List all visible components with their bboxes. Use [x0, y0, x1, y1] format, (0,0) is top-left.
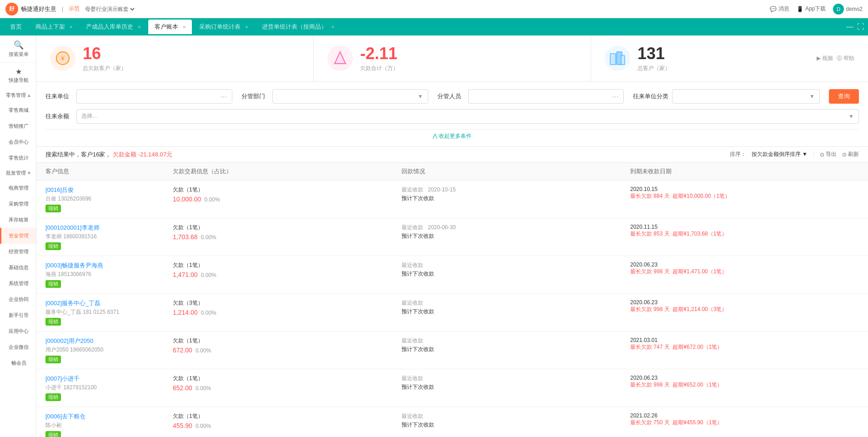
- stat-label-total: 总客户（家）: [637, 65, 670, 72]
- customer-name-2[interactable]: [0003]畅捷服务尹海燕: [45, 262, 103, 269]
- tab-customer-ledger[interactable]: 客户账本 ×: [148, 20, 192, 34]
- customer-name-4[interactable]: [000002]用户2050: [45, 337, 94, 344]
- debt-amount-1[interactable]: 1,703.68: [173, 233, 198, 241]
- customer-sub-2: 海燕 18513066976: [45, 271, 173, 278]
- overdue-link-3[interactable]: 超期¥1,214.00（3笔）: [672, 306, 727, 312]
- sidebar-item-retail-mall[interactable]: 零售商城: [0, 102, 36, 118]
- sidebar-item-member-pro[interactable]: 畅会员: [0, 355, 36, 371]
- message-button[interactable]: 💬 消息: [770, 5, 789, 13]
- stat-info-total: 131 总客户（家）: [637, 45, 670, 72]
- customer-name-6[interactable]: [0006]去下粮仓: [45, 413, 85, 420]
- col-debt-info: 欠款交易信息（占比）: [173, 167, 401, 176]
- help-button[interactable]: ⓪ 帮助: [837, 55, 854, 62]
- sidebar-item-inventory[interactable]: 库存核算: [0, 212, 36, 228]
- tab-home-label: 首页: [10, 23, 22, 31]
- tab-customer-ledger-label: 客户账本: [155, 23, 178, 31]
- overdue-days-6: 最长欠款 750 天 超期¥455.90（1笔）: [630, 419, 859, 427]
- video-icon: ▶: [817, 55, 821, 61]
- customer-name-3[interactable]: [0002]服务中心_丁磊: [45, 300, 100, 306]
- close-icon[interactable]: ×: [138, 24, 140, 30]
- table-header: 客户信息 欠款交易信息（占比） 回款情况 到期未收款日期: [36, 163, 868, 181]
- overdue-link-6[interactable]: 超期¥455.90（1笔）: [672, 419, 722, 426]
- customer-name-0[interactable]: [0016]吕俊: [45, 186, 74, 193]
- sidebar-item-marketing[interactable]: 营销推广: [0, 118, 36, 134]
- tab-production-history[interactable]: 产成品入库单历史 ×: [80, 20, 147, 34]
- customer-name-1[interactable]: [0001020001]李老师: [45, 224, 100, 231]
- due-date-1: 2020.11.15: [630, 224, 859, 230]
- sidebar-item-wechat[interactable]: 企业微信: [0, 339, 36, 355]
- overdue-days-5: 最长欠款 998 天 超期¥652.00（1笔）: [630, 381, 859, 389]
- sidebar-item-quick-nav[interactable]: ★ 快捷导航: [0, 63, 36, 88]
- close-icon[interactable]: ×: [183, 24, 186, 30]
- filter-party-input[interactable]: ···: [76, 89, 232, 104]
- sidebar-item-finance[interactable]: 资金管理: [0, 228, 36, 244]
- overdue-link-0[interactable]: 超期¥10,000.00（1笔）: [672, 193, 730, 199]
- sidebar-item-guide[interactable]: 新手引导: [0, 307, 36, 323]
- sidebar-item-app-center[interactable]: 应用中心: [0, 323, 36, 339]
- sidebar-item-ecommerce[interactable]: 电商管理: [0, 180, 36, 196]
- customer-cell-0: [0016]吕俊 吕俊 13026203696 现销: [45, 186, 173, 212]
- maximize-icon[interactable]: ⛶: [857, 23, 864, 31]
- debt-cell-1: 欠款（1笔） 1,703.68 0.00%: [173, 224, 401, 241]
- debt-count-4: 欠款（1笔）: [173, 337, 401, 345]
- sidebar-item-search[interactable]: 🔍 搜索菜单: [0, 35, 36, 63]
- sidebar-item-wholesale-mgmt[interactable]: 批发管理 ▼: [0, 166, 36, 180]
- sidebar-item-business[interactable]: 经营管理: [0, 244, 36, 260]
- filter-dept-label: 分管部门: [241, 92, 269, 100]
- debt-amount-0[interactable]: 10,000.00: [173, 196, 201, 203]
- overdue-link-2[interactable]: 超期¥1,471.00（1笔）: [672, 268, 727, 275]
- stat-label-debtors: 总欠款客户（家）: [83, 65, 126, 72]
- tab-purchase-order[interactable]: 采购订单统计表 ×: [193, 20, 254, 34]
- sidebar-item-retail-stats[interactable]: 零售统计: [0, 150, 36, 166]
- payback-cell-1: 最近收款 2020-06-30 预计下次收款: [401, 224, 630, 240]
- close-icon[interactable]: ×: [331, 24, 334, 30]
- tab-product-listing[interactable]: 商品上下架 ×: [29, 20, 79, 34]
- refresh-button[interactable]: ⊙ 刷新: [842, 151, 859, 158]
- sidebar-item-collab[interactable]: 企业协同: [0, 291, 36, 307]
- customer-tag-6: 现销: [45, 431, 61, 437]
- filter-balance-select[interactable]: 选择... ▼: [76, 109, 859, 124]
- filter-dept-select[interactable]: ▼: [272, 89, 428, 104]
- tab-home[interactable]: 首页: [4, 20, 28, 34]
- filter-collapse-button[interactable]: ⋀ 收起更多条件: [45, 129, 859, 143]
- user-button[interactable]: D demo2: [833, 4, 863, 15]
- due-date-4: 2021.03.01: [630, 337, 859, 343]
- export-button[interactable]: ⊙ 导出: [820, 151, 837, 158]
- close-icon[interactable]: ×: [245, 24, 248, 30]
- customer-tag-5: 现销: [45, 393, 61, 401]
- debt-amount-5[interactable]: 652.00: [173, 384, 192, 392]
- customer-name-5[interactable]: [0007]小进千: [45, 375, 80, 382]
- debt-amount-2[interactable]: 1,471.00: [173, 271, 198, 278]
- tab-purchase-stats-label: 进货单统计表（按商品）: [262, 23, 327, 31]
- overdue-days-0: 最长欠款 884 天 超期¥10,000.00（1笔）: [630, 192, 859, 200]
- app-download-button[interactable]: 📱 App下载: [797, 5, 826, 13]
- sidebar-item-purchase[interactable]: 采购管理: [0, 196, 36, 212]
- refresh-label: 刷新: [848, 151, 859, 158]
- sidebar-item-system[interactable]: 系统管理: [0, 276, 36, 291]
- close-icon[interactable]: ×: [70, 24, 72, 30]
- filter-category-select[interactable]: ▼: [672, 89, 820, 104]
- debt-count-5: 欠款（1笔）: [173, 375, 401, 382]
- tab-purchase-stats[interactable]: 进货单统计表（按商品） ×: [256, 20, 341, 34]
- overdue-link-5[interactable]: 超期¥652.00（1笔）: [672, 382, 722, 388]
- debt-amount-3[interactable]: 1,214.00: [173, 309, 198, 316]
- sidebar-item-retail-mgmt[interactable]: 零售管理 ▲: [0, 88, 36, 102]
- stat-icon-total: [605, 45, 630, 71]
- sort-select[interactable]: 按欠款金额倒序排序 ▼: [752, 151, 808, 158]
- debt-amount-4[interactable]: 672.00: [173, 347, 192, 354]
- overdue-link-1[interactable]: 超期¥1,703.68（1笔）: [672, 231, 727, 237]
- minimize-icon[interactable]: —: [846, 23, 853, 31]
- view-video-button[interactable]: ▶ 视频: [817, 55, 833, 62]
- sidebar-item-basic-info[interactable]: 基础信息: [0, 260, 36, 276]
- query-button[interactable]: 查询: [829, 89, 859, 104]
- company-select[interactable]: 母婴行业演示账套: [83, 5, 136, 13]
- subtitle-label[interactable]: 示范: [69, 5, 80, 13]
- debt-percent-3: 0.00%: [201, 310, 216, 316]
- filter-person-input[interactable]: ···: [468, 89, 624, 104]
- debt-percent-2: 0.00%: [201, 272, 216, 278]
- sidebar-item-member[interactable]: 会员中心: [0, 134, 36, 150]
- overdue-link-4[interactable]: 超期¥672.00（1笔）: [672, 344, 722, 350]
- filter-person: 分管人员 ···: [437, 89, 624, 104]
- debt-amount-6[interactable]: 455.90: [173, 422, 192, 429]
- debt-count-6: 欠款（1笔）: [173, 412, 401, 420]
